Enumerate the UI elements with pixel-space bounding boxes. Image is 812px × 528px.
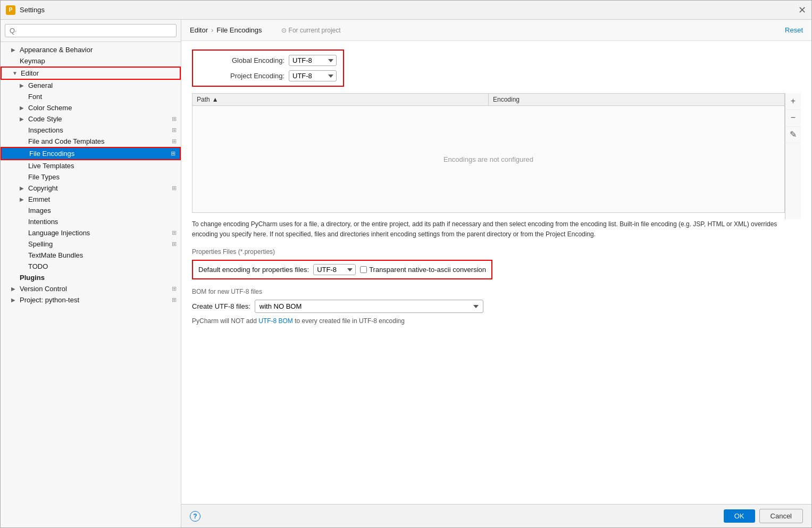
footer-help: ?	[190, 511, 719, 522]
copy-icon: ⊞	[172, 241, 177, 248]
copy-icon: ⊞	[172, 138, 177, 145]
bom-hint-link[interactable]: UTF-8 BOM	[258, 317, 293, 325]
path-header-label: Path	[197, 96, 210, 103]
breadcrumb-separator-icon: ›	[211, 26, 213, 34]
sidebar-item-label: Version Control	[20, 285, 170, 293]
expand-arrow-icon: ▶	[20, 105, 28, 111]
settings-dialog: P Settings ✕ ▶ Appearance & Behavior Key…	[0, 0, 812, 528]
properties-section-label: Properties Files (*.properties)	[192, 248, 801, 255]
sidebar-item-editor[interactable]: ▼ Editor	[1, 67, 181, 80]
sidebar-item-file-and-code-templates[interactable]: File and Code Templates ⊞	[1, 136, 181, 147]
encoding-header-label: Encoding	[493, 96, 520, 103]
sidebar-item-label: File Encodings	[29, 150, 169, 158]
bom-select[interactable]: with NO BOM with BOM	[255, 300, 483, 313]
add-row-button[interactable]: +	[785, 93, 801, 110]
remove-row-button[interactable]: −	[785, 110, 801, 126]
transparent-checkbox-label[interactable]: Transparent native-to-ascii conversion	[360, 266, 486, 274]
sidebar-item-label: Emmet	[28, 195, 177, 203]
sidebar-item-label: Appearance & Behavior	[20, 46, 177, 54]
expand-arrow-icon: ▶	[11, 47, 20, 53]
panel-header: Editor › File Encodings ⊙ For current pr…	[181, 20, 811, 41]
copy-icon: ⊞	[172, 127, 177, 134]
dialog-title: Settings	[20, 6, 45, 14]
global-encoding-select[interactable]: UTF-8	[289, 55, 337, 66]
table-body-empty: Encodings are not configured	[192, 106, 784, 212]
sidebar: ▶ Appearance & Behavior Keymap ▼ Editor …	[1, 20, 181, 527]
transparent-label-text: Transparent native-to-ascii conversion	[369, 266, 486, 274]
sidebar-tree: ▶ Appearance & Behavior Keymap ▼ Editor …	[1, 42, 181, 527]
sidebar-item-label: Live Templates	[28, 162, 177, 170]
copy-icon: ⊞	[172, 296, 177, 303]
hint-text: For current project	[289, 27, 341, 34]
sidebar-item-label: Color Scheme	[28, 104, 177, 112]
sidebar-item-font[interactable]: Font	[1, 91, 181, 102]
sidebar-item-color-scheme[interactable]: ▶ Color Scheme	[1, 102, 181, 113]
sidebar-item-appearance[interactable]: ▶ Appearance & Behavior	[1, 44, 181, 55]
sidebar-item-file-encodings[interactable]: File Encodings ⊞	[1, 147, 181, 160]
title-bar-left: P Settings	[6, 5, 45, 15]
panel-body: Global Encoding: UTF-8 Project Encoding:…	[181, 41, 811, 504]
table-header: Path ▲ Encoding	[192, 94, 784, 106]
sidebar-item-spelling[interactable]: Spelling ⊞	[1, 238, 181, 250]
expand-arrow-icon: ▶	[20, 82, 28, 88]
expand-arrow-icon: ▶	[20, 196, 28, 202]
path-column-header: Path ▲	[192, 94, 489, 105]
sidebar-item-copyright[interactable]: ▶ Copyright ⊞	[1, 183, 181, 194]
encoding-table: Path ▲ Encoding Encodings are not config…	[192, 93, 785, 213]
sidebar-item-plugins[interactable]: Plugins	[1, 272, 181, 283]
sidebar-item-general[interactable]: ▶ General	[1, 80, 181, 91]
sidebar-item-code-style[interactable]: ▶ Code Style ⊞	[1, 113, 181, 125]
hint-icon: ⊙	[281, 27, 287, 34]
cancel-button[interactable]: Cancel	[759, 509, 803, 523]
sidebar-item-keymap[interactable]: Keymap	[1, 55, 181, 67]
sidebar-item-version-control[interactable]: ▶ Version Control ⊞	[1, 283, 181, 294]
project-encoding-select[interactable]: UTF-8	[289, 70, 337, 81]
copy-icon: ⊞	[172, 229, 177, 236]
breadcrumb-editor: Editor	[190, 26, 208, 34]
close-button[interactable]: ✕	[798, 5, 806, 15]
default-encoding-label: Default encoding for properties files:	[198, 266, 309, 274]
project-encoding-label: Project Encoding:	[199, 72, 284, 80]
global-encoding-row: Global Encoding: UTF-8	[199, 55, 337, 66]
sidebar-item-label: TODO	[28, 262, 177, 270]
sidebar-item-label: Font	[28, 93, 177, 101]
sidebar-item-label: File and Code Templates	[28, 137, 170, 145]
sidebar-item-inspections[interactable]: Inspections ⊞	[1, 125, 181, 136]
sidebar-item-label: General	[28, 81, 177, 89]
create-utf8-label: Create UTF-8 files:	[192, 302, 250, 310]
sidebar-item-intentions[interactable]: Intentions	[1, 216, 181, 227]
sidebar-item-language-injections[interactable]: Language Injections ⊞	[1, 227, 181, 238]
sidebar-item-todo[interactable]: TODO	[1, 261, 181, 272]
bom-section-label: BOM for new UTF-8 files	[192, 288, 801, 295]
bom-hint: PyCharm will NOT add UTF-8 BOM to every …	[192, 317, 801, 325]
sidebar-item-label: Copyright	[28, 184, 170, 192]
sidebar-item-textmate-bundles[interactable]: TextMate Bundles	[1, 250, 181, 261]
table-side-buttons: + − ✎	[785, 93, 801, 219]
copy-icon: ⊞	[172, 285, 177, 292]
sidebar-item-project[interactable]: ▶ Project: python-test ⊞	[1, 294, 181, 306]
sidebar-item-label: Editor	[21, 69, 175, 77]
sidebar-item-emmet[interactable]: ▶ Emmet	[1, 194, 181, 205]
transparent-checkbox[interactable]	[360, 266, 367, 273]
sidebar-item-file-types[interactable]: File Types	[1, 171, 181, 183]
bom-row: Create UTF-8 files: with NO BOM with BOM	[192, 300, 801, 313]
sidebar-item-label: Keymap	[20, 57, 177, 65]
sidebar-item-label: Code Style	[28, 115, 170, 123]
search-input[interactable]	[5, 24, 177, 37]
sidebar-item-live-templates[interactable]: Live Templates	[1, 160, 181, 171]
reset-button[interactable]: Reset	[785, 26, 803, 34]
expand-arrow-icon: ▶	[11, 286, 20, 292]
sidebar-item-label: Intentions	[28, 218, 177, 226]
sort-icon: ▲	[212, 96, 219, 103]
properties-encoding-select[interactable]: UTF-8	[313, 264, 356, 275]
search-bar	[1, 20, 181, 42]
ok-button[interactable]: OK	[724, 509, 755, 523]
global-encoding-label: Global Encoding:	[199, 56, 284, 64]
app-icon: P	[6, 5, 15, 15]
edit-row-button[interactable]: ✎	[785, 127, 801, 143]
breadcrumb: Editor › File Encodings	[190, 26, 262, 34]
expand-arrow-icon: ▶	[20, 185, 28, 191]
help-button[interactable]: ?	[190, 511, 200, 522]
sidebar-item-images[interactable]: Images	[1, 205, 181, 216]
breadcrumb-area: Editor › File Encodings ⊙ For current pr…	[190, 26, 341, 34]
